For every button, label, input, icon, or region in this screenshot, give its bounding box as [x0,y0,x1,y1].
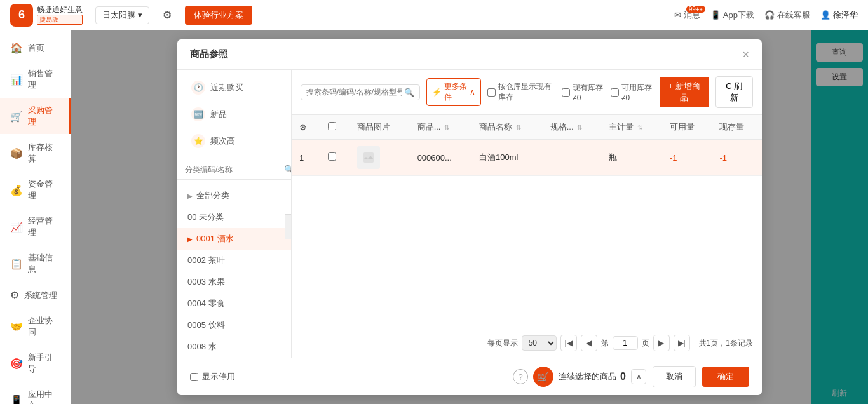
settings-icon-btn[interactable]: ⚙ [157,5,177,25]
col-unit[interactable]: 主计量 ⇅ [601,115,661,140]
available-nonzero-input[interactable] [611,88,619,97]
row-spec [543,140,602,176]
prev-page-btn[interactable]: ◀ [581,335,597,351]
finance-icon: 💰 [10,184,23,196]
category-item-0005[interactable]: 0005 饮料 [177,314,291,336]
category-search-input[interactable] [185,165,280,174]
filter-icon: ⚡ [432,88,442,97]
add-product-button[interactable]: + 新增商品 [660,77,709,107]
new-product-btn[interactable]: 🆕 新品 [185,103,283,126]
collapse-footer-btn[interactable]: ∧ [631,369,646,384]
message-icon: ✉ [674,10,681,20]
category-label-0004: 0004 零食 [187,298,225,309]
category-search-icon[interactable]: 🔍 [284,165,292,174]
store-selector[interactable]: 日太阳膜 ▾ [95,6,149,24]
per-page-select[interactable]: 50 10 20 100 [522,335,557,351]
category-item-all[interactable]: ▶ 全部分类 [177,185,291,206]
col-code[interactable]: 商品... ⇅ [410,115,471,140]
app-download-btn[interactable]: 📱 App下载 [710,10,754,21]
user-area[interactable]: 👤 徐泽华 [820,10,858,21]
cart-area: ? 🛒 连续选择的商品 0 ∧ [513,367,646,387]
sidebar-item-sales[interactable]: 📊 销售管理 [0,62,71,97]
select-all-checkbox[interactable] [328,122,336,130]
category-item-00[interactable]: 00 未分类 [177,206,291,228]
display-disabled-checkbox[interactable]: 显示停用 [190,371,235,382]
sidebar-item-home[interactable]: 🏠 首页 [0,36,71,60]
new-icon: 🆕 [191,107,205,121]
row-available: -1 [662,140,712,176]
col-image: 商品图片 [349,115,410,140]
message-btn[interactable]: ✉ 消息 99++ [674,10,700,21]
continuous-select-label: 连续选择的商品 0 [559,371,626,382]
online-service-label: 在线客服 [777,10,810,21]
high-frequency-btn[interactable]: ⭐ 频次高 [185,130,283,152]
collapse-panel-button[interactable]: 《 [285,214,292,239]
search-magnify-icon[interactable]: 🔍 [404,88,414,97]
dropdown-arrow-icon: ▾ [138,10,142,20]
arrow-active-icon: ▶ [187,236,193,243]
navbar-right: ✉ 消息 99++ 📱 App下载 🎧 在线客服 👤 徐泽华 [674,10,858,21]
sidebar-label-purchase: 采购管理 [28,105,58,128]
recent-purchase-btn[interactable]: 🕐 近期购买 [185,76,283,99]
category-item-0002[interactable]: 0002 茶叶 [177,250,291,271]
next-page-btn[interactable]: ▶ [653,335,670,351]
help-icon-btn[interactable]: ? [513,369,528,384]
available-nonzero-checkbox[interactable]: 可用库存≠0 [611,83,653,102]
col-gear[interactable]: ⚙ [292,115,320,140]
cancel-button[interactable]: 取消 [653,366,696,387]
sidebar-item-operations[interactable]: 📈 经营管理 [0,209,71,245]
category-label-0001: 0001 酒水 [196,233,234,245]
product-search-wrapper: 🔍 [301,84,420,100]
category-label-all: 全部分类 [196,190,229,201]
confirm-button[interactable]: 确定 [702,367,749,387]
sidebar-item-collab[interactable]: 🤝 企业协同 [0,309,71,344]
row-num: 1 [292,140,320,176]
col-name[interactable]: 商品名称 ⇅ [471,115,543,140]
sidebar-label-basic: 基础信息 [28,252,60,275]
guide-icon: 🎯 [10,358,23,370]
category-label-0008: 0008 水 [187,341,217,353]
modal-close-button[interactable]: × [742,49,749,60]
sidebar-label-guide: 新手引导 [28,352,60,375]
category-item-0008[interactable]: 0008 水 [177,336,291,358]
sidebar-item-appcenter[interactable]: 📱 应用中心 [0,382,71,404]
stock-nonzero-input[interactable] [562,88,570,97]
row-checkbox [320,140,349,176]
category-item-0003[interactable]: 0003 水果 [177,271,291,293]
product-search-input[interactable] [306,88,402,97]
row-name: 白酒100ml [471,140,543,176]
home-icon: 🏠 [10,42,23,54]
category-search-box: 🔍 [177,159,291,180]
pagination-bar: 每页显示 50 10 20 100 |◀ ◀ 第 页 ▶ ▶| [292,328,762,358]
sidebar-item-inventory[interactable]: 📦 库存核算 [0,135,71,171]
page-number-input[interactable] [613,336,638,350]
high-frequency-label: 频次高 [210,135,235,147]
category-item-0004[interactable]: 0004 零食 [177,293,291,314]
sidebar-label-home: 首页 [28,43,44,54]
sidebar-item-guide[interactable]: 🎯 新手引导 [0,346,71,381]
sidebar-item-finance[interactable]: 💰 资金管理 [0,172,71,208]
first-page-btn[interactable]: |◀ [560,335,577,351]
stock-nonzero-checkbox[interactable]: 现有库存≠0 [562,83,604,102]
table-row[interactable]: 1 000600... 白酒100ml [292,140,762,176]
warehouse-checkbox-input[interactable] [487,88,496,97]
sales-icon: 📊 [10,74,23,86]
category-item-0001[interactable]: ▶ 0001 酒水 [177,228,291,250]
col-spec[interactable]: 规格... ⇅ [543,115,602,140]
category-nav-top: 🕐 近期购买 🆕 新品 ⭐ 频次高 [177,70,291,159]
cart-button[interactable]: 🛒 [533,367,553,387]
headset-icon: 🎧 [764,10,775,20]
warehouse-filter-checkbox[interactable]: 按仓库显示现有库存 [487,81,555,103]
message-badge: 99++ [686,6,705,13]
sidebar-item-basic[interactable]: 📋 基础信息 [0,246,71,281]
display-disabled-input[interactable] [190,373,198,381]
more-filter-button[interactable]: ⚡ 更多条件 ∧ [426,78,481,106]
last-page-btn[interactable]: ▶| [674,335,690,351]
logo-area: 6 畅捷通好生意 捷易版 [10,4,83,27]
experience-button[interactable]: 体验行业方案 [185,6,252,25]
online-service-btn[interactable]: 🎧 在线客服 [764,10,810,21]
sidebar-item-system[interactable]: ⚙ 系统管理 [0,283,71,307]
row-checkbox-input[interactable] [328,152,336,161]
refresh-button[interactable]: C 刷新 [715,76,753,108]
sidebar-item-purchase[interactable]: 🛒 采购管理 [0,98,71,134]
